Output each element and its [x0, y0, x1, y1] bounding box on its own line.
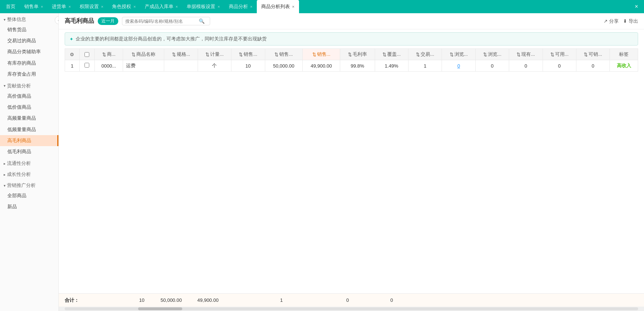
scrollbar-thumb[interactable] — [138, 307, 182, 310]
close-icon[interactable]: × — [217, 4, 220, 9]
export-icon: ⬇ — [623, 18, 627, 24]
sidebar-item-in-stock-goods[interactable]: 有库存的商品 — [0, 58, 58, 69]
col-checkbox[interactable] — [79, 49, 94, 60]
chevron-right-icon: ▸ — [4, 173, 6, 177]
col-browse1[interactable]: ⇅ 浏览... — [442, 49, 475, 60]
sidebar-item-low-freq-goods[interactable]: 低频量量商品 — [0, 124, 58, 135]
tab-home[interactable]: 首页 — [1, 0, 20, 13]
sidebar-group-marketing-analysis[interactable]: ▾ 营销推广分析 — [0, 179, 58, 190]
col-unit[interactable]: ⇅ 计量... — [198, 49, 231, 60]
close-icon[interactable]: × — [68, 4, 71, 9]
table-wrapper: ⚙ ⇅ 商... ⇅ — [59, 48, 644, 293]
tab-sales[interactable]: 销售单 × — [20, 0, 47, 13]
row-sales-amount: 50,000.00 — [265, 60, 302, 72]
filter-button[interactable]: 近一月 — [98, 17, 118, 25]
select-all-checkbox[interactable] — [84, 52, 89, 57]
export-button[interactable]: ⬇ 导出 — [623, 18, 638, 25]
col-sales-qty[interactable]: ⇅ 销售... — [231, 49, 265, 60]
summary-label: 合计： — [65, 297, 131, 304]
col-stock-actual[interactable]: ⇅ 现有... — [509, 49, 543, 60]
col-code[interactable]: ⇅ 商... — [94, 49, 123, 60]
row-sales-qty: 10 — [231, 60, 265, 72]
chevron-right-icon: ▸ — [4, 162, 6, 166]
tab-product-analysis-list[interactable]: 商品分析列表 × — [257, 0, 299, 13]
col-sales-amount[interactable]: ⇅ 销售... — [265, 49, 302, 60]
search-input[interactable] — [125, 19, 199, 24]
col-settings[interactable]: ⚙ — [65, 49, 80, 60]
tab-product-analysis[interactable]: 商品分析 × — [224, 0, 257, 13]
scrollbar-track[interactable] — [65, 307, 638, 310]
col-spec[interactable]: ⇅ 规格... — [164, 49, 198, 60]
close-icon[interactable]: × — [176, 4, 178, 9]
row-stock-available: 0 — [543, 60, 576, 72]
sidebar-item-stock-capital[interactable]: 库存资金占用 — [0, 69, 58, 80]
row-browse1[interactable]: 0 — [442, 60, 475, 72]
close-icon[interactable]: × — [101, 4, 103, 9]
chevron-down-icon: ▾ — [4, 18, 6, 22]
row-checkbox[interactable] — [79, 60, 94, 72]
sidebar-item-sales-goods[interactable]: 销售货品 — [0, 24, 58, 35]
sidebar: « ▾ 整体信息 销售货品 交易过的商品 商品分类辅助率 有库存的商品 库存资金… — [0, 13, 59, 311]
close-icon[interactable]: × — [250, 4, 252, 9]
col-transaction[interactable]: ⇅ 交易... — [408, 49, 442, 60]
sidebar-item-high-margin-goods[interactable]: 高毛利商品 — [0, 135, 58, 146]
sidebar-item-high-freq-goods[interactable]: 高频量量商品 — [0, 113, 58, 124]
col-gross-margin[interactable]: ⇅ 毛利率 — [340, 49, 375, 60]
summary-cells: 10 50,000.00 49,900.00 1 0 0 — [131, 297, 638, 303]
row-sales-profit: 49,900.00 — [302, 60, 340, 72]
sidebar-item-goods-analysis[interactable]: 商品分类辅助率 — [0, 46, 58, 57]
sidebar-item-new-goods[interactable]: 新品 — [0, 201, 58, 212]
share-icon: ↗ — [604, 18, 608, 24]
content-area: 高毛利商品 近一月 🔍 ↗ 分享 ⬇ 导出 ✦ 企业的主要的利润都是这部分商品创… — [59, 13, 644, 311]
row-stock-actual: 0 — [509, 60, 543, 72]
search-icon[interactable]: 🔍 — [199, 18, 205, 24]
data-table: ⚙ ⇅ 商... ⇅ — [65, 48, 638, 72]
col-tag[interactable]: 标签 — [610, 49, 638, 60]
tab-product-entry[interactable]: 产成品入库单 × — [140, 0, 182, 13]
close-icon[interactable]: × — [133, 4, 136, 9]
col-browse2[interactable]: ⇅ 浏览... — [475, 49, 509, 60]
sidebar-item-high-value-goods[interactable]: 高价值商品 — [0, 91, 58, 102]
row-code: 0000... — [94, 60, 123, 72]
search-box: 🔍 — [122, 17, 210, 25]
close-icon[interactable]: × — [292, 4, 294, 9]
summary-stock-actual: 0 — [337, 297, 359, 303]
row-stock-salable: 0 — [576, 60, 609, 72]
chevron-down-icon: ▾ — [4, 84, 6, 88]
sidebar-item-low-value-goods[interactable]: 低价值商品 — [0, 102, 58, 113]
col-coverage[interactable]: ⇅ 覆盖... — [375, 49, 408, 60]
info-banner: ✦ 企业的主要的利润都是这部分商品创造的，可考虑加大推广，同时关注库存是不要出现… — [65, 32, 638, 46]
row-spec — [164, 60, 198, 72]
summary-transaction: 1 — [270, 297, 292, 303]
row-name[interactable]: 运费 — [123, 60, 164, 72]
sidebar-group-overall-info[interactable]: ▾ 整体信息 — [0, 13, 58, 24]
row-coverage: 1.49% — [375, 60, 408, 72]
tab-purchase[interactable]: 进货单 × — [47, 0, 75, 13]
page-title: 高毛利商品 — [65, 17, 94, 25]
sidebar-item-low-margin-goods[interactable]: 低毛利商品 — [0, 146, 58, 157]
tab-role-permission[interactable]: 角色授权 × — [108, 0, 140, 13]
col-sales-profit[interactable]: ⇅ 销售... — [302, 49, 340, 60]
horizontal-scrollbar[interactable] — [59, 307, 644, 311]
footer-summary: 合计： 10 50,000.00 49,900.00 1 0 0 — [59, 293, 644, 307]
row-gross-margin: 99.8% — [340, 60, 375, 72]
sidebar-group-asset-analysis[interactable]: ▾ 贡献值分析 — [0, 80, 58, 91]
col-stock-salable[interactable]: ⇅ 可销... — [576, 49, 609, 60]
sidebar-item-traded-goods[interactable]: 交易过的商品 — [0, 35, 58, 46]
window-close-button[interactable]: × — [630, 3, 643, 10]
info-icon: ✦ — [69, 36, 73, 42]
tab-template-settings[interactable]: 单据模板设置 × — [182, 0, 224, 13]
tab-permission-settings[interactable]: 权限设置 × — [75, 0, 108, 13]
summary-sales-profit: 49,900.00 — [190, 297, 226, 303]
content-header: 高毛利商品 近一月 🔍 ↗ 分享 ⬇ 导出 — [59, 13, 644, 29]
sidebar-group-flow-analysis[interactable]: ▸ 流通性分析 — [0, 157, 58, 168]
row-select-checkbox[interactable] — [84, 63, 89, 68]
table-row: 1 0000... 运费 个 10 50,000.00 49,900.00 99… — [65, 60, 638, 72]
col-name[interactable]: ⇅ 商品名称 — [123, 49, 164, 60]
close-icon[interactable]: × — [41, 4, 43, 9]
sidebar-group-growth-analysis[interactable]: ▸ 成长性分析 — [0, 168, 58, 179]
row-browse2: 0 — [475, 60, 509, 72]
sidebar-item-all-goods[interactable]: 全部商品 — [0, 190, 58, 201]
col-stock-available[interactable]: ⇅ 可用... — [543, 49, 576, 60]
share-button[interactable]: ↗ 分享 — [604, 18, 619, 25]
